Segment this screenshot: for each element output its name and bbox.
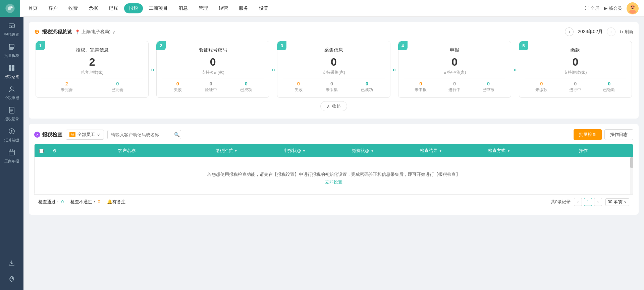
app-logo bbox=[0, 0, 20, 17]
nav-manage[interactable]: 管理 bbox=[194, 3, 213, 13]
refresh-button[interactable]: ↻ 刷新 bbox=[620, 29, 633, 35]
filter-icon-method: ▼ bbox=[507, 149, 510, 153]
step-stats-5: 0 未缴款 0 进行中 0 已缴款 bbox=[525, 81, 626, 93]
svg-point-6 bbox=[629, 7, 631, 10]
search-box: 🔍 bbox=[107, 130, 181, 139]
nav-operation[interactable]: 经营 bbox=[214, 3, 233, 13]
step-num-5: 5 bbox=[519, 41, 528, 50]
svg-rect-25 bbox=[9, 150, 14, 155]
select-all-checkbox[interactable] bbox=[39, 149, 44, 153]
svg-point-7 bbox=[634, 7, 636, 10]
stat-paying: 0 进行中 bbox=[569, 81, 581, 93]
nav-service[interactable]: 服务 bbox=[234, 3, 253, 13]
page-navigation: ‹ 1 › bbox=[574, 198, 602, 206]
nav-invoice[interactable]: 票据 bbox=[84, 3, 103, 13]
table-footer: 检查通过： 0 检查不通过： 0 🔔有备注 共0条记录 ‹ 1 › bbox=[34, 194, 633, 209]
sidebar-item-tax-overview[interactable]: 报税总览 bbox=[0, 62, 23, 82]
search-button[interactable]: 🔍 bbox=[171, 130, 181, 139]
next-page-button[interactable]: › bbox=[594, 198, 602, 206]
step-bignum-4: 0 bbox=[404, 56, 505, 68]
sidebar-download[interactable] bbox=[6, 257, 17, 270]
stat-not-declared: 0 未申报 bbox=[415, 81, 427, 93]
th-tax-type[interactable]: 纳税性质 ▼ bbox=[193, 144, 261, 157]
operation-log-button[interactable]: 操作日志 bbox=[604, 129, 633, 140]
tax-check-title: ✓ 报税检查 bbox=[34, 132, 62, 138]
sidebar-item-annual-report[interactable]: 工商年报 bbox=[0, 146, 23, 166]
sidebar-bottom bbox=[6, 257, 17, 290]
svg-rect-15 bbox=[12, 65, 14, 68]
step-num-3: 3 bbox=[277, 41, 286, 50]
collapse-bar: ∧ 收起 bbox=[34, 98, 633, 113]
step-desc-3: 支持采集(家) bbox=[283, 70, 384, 75]
filter-icon-tax: ▼ bbox=[234, 149, 237, 153]
sidebar-item-tax-settings[interactable]: 报税设置 bbox=[0, 19, 23, 40]
scrollbar-track bbox=[630, 157, 633, 194]
th-pay-status[interactable]: 缴费状态 ▼ bbox=[329, 144, 397, 157]
nav-settings[interactable]: 设置 bbox=[254, 3, 273, 13]
nav-tax[interactable]: 报税 bbox=[124, 3, 143, 13]
step-desc-5: 支持缴款(家) bbox=[525, 70, 626, 75]
location-selector[interactable]: 📍 上海(电子税局) ∨ bbox=[75, 29, 115, 35]
fail-count[interactable]: 0 bbox=[98, 199, 100, 204]
step-bignum-5: 0 bbox=[525, 56, 626, 68]
pass-count[interactable]: 0 bbox=[61, 199, 64, 204]
search-input[interactable] bbox=[108, 131, 171, 139]
first-page-button[interactable]: ‹ bbox=[574, 198, 582, 206]
stat-paid: 0 已缴款 bbox=[603, 81, 615, 93]
th-check-result[interactable]: 检查结果 ▼ bbox=[397, 144, 465, 157]
per-page-selector[interactable]: 30 条/页 ∨ bbox=[605, 198, 629, 206]
personal-tax-icon bbox=[8, 85, 15, 94]
scrollbar-thumb[interactable] bbox=[630, 157, 633, 168]
svg-point-0 bbox=[11, 6, 13, 8]
step-bignum-3: 0 bbox=[283, 56, 384, 68]
step-num-1: 1 bbox=[36, 41, 45, 50]
sidebar-item-settlement[interactable]: 汇算清缴 bbox=[0, 125, 23, 145]
step-title-3: 采集信息 bbox=[283, 47, 384, 53]
step-title-2: 验证账号密码 bbox=[162, 47, 264, 53]
setup-link[interactable]: 立即设置 bbox=[325, 178, 342, 186]
fullscreen-button[interactable]: ⛶ 全屏 bbox=[585, 5, 599, 11]
tax-check-card: ✓ 报税检查 员 全部员工 ∨ 🔍 批量检查 操作日志 bbox=[29, 124, 639, 215]
th-check-method[interactable]: 检查方式 ▼ bbox=[465, 144, 533, 157]
refresh-icon: ↻ bbox=[620, 29, 623, 34]
header-right: ‹ 2023年02月 › ↻ 刷新 bbox=[565, 27, 633, 36]
step-desc-4: 支持申报(家) bbox=[404, 70, 505, 75]
sidebar-item-tax-records[interactable]: 报税记录 bbox=[0, 104, 23, 124]
sidebar-location[interactable] bbox=[6, 273, 17, 286]
nav-fee[interactable]: 收费 bbox=[64, 3, 83, 13]
employee-filter[interactable]: 员 全部员工 ∨ bbox=[66, 130, 104, 140]
flow-step-5: 5 缴款 0 支持缴款(家) 0 未缴款 0 进行中 bbox=[519, 41, 632, 98]
nav-items: 首页 客户 收费 票据 记账 报税 工商项目 消息 管理 经营 服务 设置 bbox=[23, 3, 585, 13]
action-buttons: 批量检查 操作日志 bbox=[574, 129, 633, 140]
total-records: 共0条记录 bbox=[551, 199, 571, 205]
tax-check-header: ✓ 报税检查 员 全部员工 ∨ 🔍 批量检查 操作日志 bbox=[34, 129, 633, 140]
add-icon: ⊕ bbox=[34, 28, 39, 35]
sidebar-item-personal-tax[interactable]: 个税申报 bbox=[0, 83, 23, 103]
nav-client[interactable]: 客户 bbox=[44, 3, 62, 13]
vip-button[interactable]: ▶ 畅会员 bbox=[604, 5, 622, 11]
flow-step-3: 3 采集信息 0 支持采集(家) 0 失败 0 未采集 bbox=[277, 41, 390, 98]
arrow-1: » bbox=[150, 66, 155, 73]
th-gear[interactable]: ⚙ bbox=[48, 144, 61, 157]
collapse-icon: ∧ bbox=[327, 104, 330, 109]
collapse-button[interactable]: ∧ 收起 bbox=[320, 101, 347, 111]
nav-business[interactable]: 工商项目 bbox=[144, 3, 172, 13]
nav-home[interactable]: 首页 bbox=[23, 3, 42, 13]
next-month-button[interactable]: › bbox=[607, 27, 615, 36]
avatar[interactable] bbox=[627, 2, 639, 14]
th-declare-status[interactable]: 申报状态 ▼ bbox=[261, 144, 329, 157]
nav-accounting[interactable]: 记账 bbox=[104, 3, 123, 13]
step-title-1: 授权、完善信息 bbox=[41, 47, 143, 53]
step-title-5: 缴款 bbox=[525, 47, 626, 53]
sidebar-item-batch-tax[interactable]: 批量报税 bbox=[0, 41, 23, 61]
nav-message[interactable]: 消息 bbox=[174, 3, 193, 13]
batch-check-button[interactable]: 批量检查 bbox=[574, 129, 602, 140]
employee-icon: 员 bbox=[69, 132, 75, 137]
note-label: 🔔有备注 bbox=[107, 199, 125, 205]
step-title-4: 申报 bbox=[404, 47, 505, 53]
prev-month-button[interactable]: ‹ bbox=[565, 27, 574, 36]
th-checkbox[interactable] bbox=[35, 144, 48, 157]
table-empty-message: 若您想使用报税检查功能，请先在【报税设置】中进行报税的初始化设置，完成密码验证和… bbox=[35, 157, 633, 194]
fail-label: 检查不通过： 0 bbox=[70, 199, 100, 205]
flow-overview-title: 报税流程总览 bbox=[42, 29, 72, 35]
